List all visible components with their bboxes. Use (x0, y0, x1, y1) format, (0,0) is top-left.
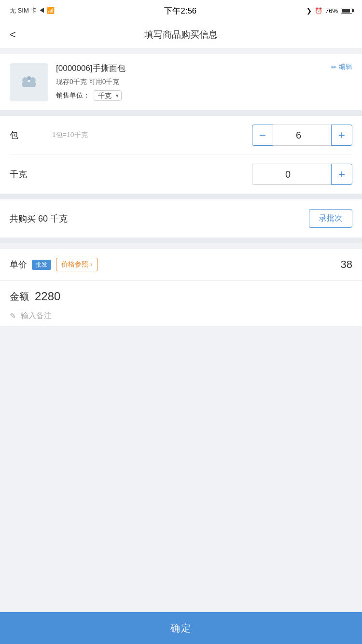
kg-input-row: 千克 + (10, 155, 352, 194)
status-bar: 无 SIM 卡 ◀ 📶 下午2:56 ❯ ⏰ 76% (0, 0, 362, 21)
page-title: 填写商品购买信息 (144, 28, 218, 41)
bao-label: 包 (10, 129, 48, 141)
location-icon: ❯ (306, 7, 312, 14)
section-separator-2 (0, 194, 362, 199)
section-separator-3 (0, 238, 362, 243)
svg-rect-2 (22, 82, 36, 87)
nav-bar: < 填写商品购买信息 (0, 21, 362, 48)
amount-row: 金额 2280 (10, 290, 352, 303)
kg-plus-button[interactable]: + (331, 164, 352, 185)
kg-input-controls: + (252, 164, 352, 185)
unit-select[interactable]: 千克 (94, 90, 122, 101)
summary-row: 共购买 60 千克 录批次 (10, 199, 352, 238)
status-bar-time: 下午2:56 (164, 5, 196, 16)
battery-percent: 76% (325, 7, 338, 14)
amount-section: 金额 2280 ✎ 输入备注 (0, 281, 362, 326)
amount-value: 2280 (35, 290, 60, 303)
bottom-area (0, 326, 362, 490)
confirm-label: 确定 (170, 622, 192, 635)
unit-label: 销售单位： (56, 91, 90, 100)
product-info: [0000006]手撕面包 现存0千克 可用0千克 销售单位： 千克 (56, 63, 352, 101)
remark-placeholder: 输入备注 (21, 311, 52, 321)
unit-select-wrapper[interactable]: 千克 (94, 90, 122, 101)
confirm-bar[interactable]: 确定 (0, 612, 362, 644)
product-card: [0000006]手撕面包 现存0千克 可用0千克 销售单位： 千克 ✏ 编辑 (0, 54, 362, 110)
amount-label: 金额 (10, 290, 29, 303)
price-value: 38 (341, 258, 352, 271)
status-bar-carrier: 无 SIM 卡 ◀ 📶 (10, 6, 55, 15)
total-purchase-text: 共购买 60 千克 (10, 213, 68, 224)
price-section: 单价 批发 价格参照 › 38 (0, 249, 362, 280)
edit-button[interactable]: ✏ 编辑 (331, 63, 352, 71)
price-row: 单价 批发 价格参照 › 38 (10, 258, 352, 271)
product-logo-icon (18, 71, 40, 93)
product-stock: 现存0千克 可用0千克 (56, 78, 352, 86)
battery-icon (341, 8, 352, 14)
svg-point-3 (27, 76, 31, 80)
bao-input-section: 包 1包=10千克 − + 千克 + (0, 116, 362, 194)
bao-minus-button[interactable]: − (252, 125, 273, 146)
price-ref-label: 价格参照 › (61, 260, 93, 269)
record-batch-button[interactable]: 录批次 (309, 209, 352, 228)
bao-hint: 1包=10千克 (52, 131, 252, 140)
product-name: [0000006]手撕面包 (56, 63, 352, 74)
summary-section: 共购买 60 千克 录批次 (0, 199, 362, 238)
remark-row[interactable]: ✎ 输入备注 (10, 311, 352, 321)
section-separator-1 (0, 110, 362, 116)
edit-label: 编辑 (339, 63, 352, 71)
price-reference-button[interactable]: 价格参照 › (56, 258, 98, 271)
kg-label: 千克 (10, 168, 48, 180)
kg-quantity-input[interactable] (252, 164, 331, 185)
bao-input-row: 包 1包=10千克 − + (10, 116, 352, 155)
status-bar-indicators: ❯ ⏰ 76% (306, 7, 352, 14)
bao-quantity-input[interactable] (273, 125, 331, 146)
alarm-icon: ⏰ (315, 7, 322, 14)
back-button[interactable]: < (10, 28, 16, 41)
bao-input-controls: − + (252, 125, 352, 146)
batch-tag: 批发 (32, 260, 51, 270)
pencil-icon: ✎ (10, 311, 16, 321)
edit-icon: ✏ (331, 63, 337, 71)
price-label: 单价 (10, 259, 27, 270)
product-thumbnail (10, 63, 48, 101)
bao-plus-button[interactable]: + (331, 125, 352, 146)
product-unit-row: 销售单位： 千克 (56, 90, 352, 101)
